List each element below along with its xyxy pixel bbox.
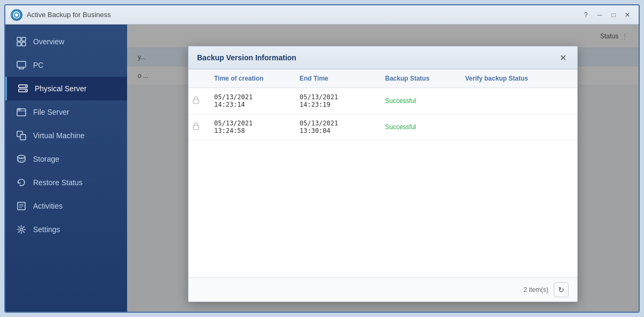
sidebar-item-overview[interactable]: Overview: [5, 30, 127, 53]
storage-icon: [16, 154, 27, 164]
title-bar-controls: ? ─ □ ✕: [580, 10, 633, 20]
file-server-icon: [16, 107, 27, 117]
row2-end-time: 05/13/2021 13:30:04: [293, 117, 379, 137]
row1-verify-status: [459, 99, 577, 103]
svg-rect-27: [193, 99, 199, 104]
sidebar-item-storage[interactable]: Storage: [5, 147, 127, 171]
sidebar-item-restore-status[interactable]: Restore Status: [5, 171, 127, 194]
row2-backup-status: Successful: [379, 121, 459, 133]
svg-point-12: [25, 86, 26, 87]
sidebar-label-file-server: File Server: [33, 108, 69, 116]
col-header-verify-backup-status: Verify backup Status: [459, 73, 577, 84]
modal-table-body: 05/13/2021 14:23:14 05/13/2021 14:23:19 …: [189, 88, 577, 278]
row1-end-time: 05/13/2021 14:23:19: [293, 91, 379, 110]
app-logo-icon: [11, 9, 22, 21]
sidebar-item-activities[interactable]: Activities: [5, 194, 127, 218]
row2-verify-status: [459, 125, 577, 129]
app-body: Overview PC: [5, 25, 639, 312]
sidebar-label-activities: Activities: [33, 202, 62, 210]
svg-point-26: [20, 228, 23, 231]
title-bar: Active Backup for Business ? ─ □ ✕: [5, 5, 639, 25]
sidebar-label-settings: Settings: [33, 225, 60, 234]
row2-time-of-creation: 05/13/2021 13:24:58: [208, 117, 293, 137]
svg-rect-28: [193, 125, 199, 130]
sidebar-label-pc: PC: [33, 61, 43, 69]
col-header-time-of-creation: Time of creation: [208, 73, 293, 84]
svg-rect-19: [20, 134, 26, 140]
maximize-button[interactable]: □: [608, 10, 619, 20]
main-content: Status ⋮ y... No schedule o ... No sched…: [127, 25, 639, 312]
virtual-machine-icon: [16, 130, 27, 141]
svg-rect-6: [17, 61, 26, 67]
svg-rect-2: [17, 37, 21, 41]
physical-server-icon: [18, 83, 28, 94]
row1-backup-status: Successful: [379, 95, 459, 107]
modal-table-header: Time of creation End Time Backup Status …: [189, 69, 577, 88]
col-header-backup-status: Backup Status: [379, 73, 459, 84]
svg-rect-3: [22, 37, 26, 41]
sidebar-label-overview: Overview: [33, 37, 64, 46]
svg-point-13: [25, 90, 26, 91]
sidebar-item-pc[interactable]: PC: [5, 53, 127, 77]
modal-overlay: Backup Version Information ✕ Time of cre…: [127, 25, 639, 312]
sidebar-label-virtual-machine: Virtual Machine: [33, 131, 84, 140]
activities-icon: [16, 201, 27, 211]
item-count: 2 item(s): [523, 286, 548, 294]
title-bar-left: Active Backup for Business: [11, 9, 111, 21]
settings-icon: [16, 224, 27, 235]
restore-status-icon: [16, 177, 27, 188]
row1-lock-icon: [189, 94, 208, 108]
refresh-button[interactable]: ↻: [554, 282, 569, 297]
col-header-icon: [189, 76, 208, 81]
sidebar-label-physical-server: Physical Server: [35, 84, 87, 93]
app-window: Active Backup for Business ? ─ □ ✕: [4, 4, 640, 313]
sidebar-label-restore-status: Restore Status: [33, 178, 83, 187]
sidebar-item-settings[interactable]: Settings: [5, 218, 127, 241]
sidebar-item-physical-server[interactable]: Physical Server: [5, 77, 127, 100]
help-button[interactable]: ?: [580, 10, 592, 20]
backup-version-row-2[interactable]: 05/13/2021 13:24:58 05/13/2021 13:30:04 …: [189, 114, 577, 140]
svg-point-1: [15, 13, 18, 17]
overview-icon: [16, 36, 27, 47]
svg-rect-4: [17, 42, 21, 46]
minimize-button[interactable]: ─: [594, 10, 606, 20]
svg-rect-5: [22, 42, 26, 46]
pc-icon: [16, 60, 27, 70]
modal-close-button[interactable]: ✕: [557, 52, 569, 64]
modal-body: Time of creation End Time Backup Status …: [189, 69, 577, 278]
refresh-icon: ↻: [558, 286, 564, 294]
row1-time-of-creation: 05/13/2021 14:23:14: [208, 91, 293, 110]
sidebar: Overview PC: [5, 25, 127, 312]
close-button[interactable]: ✕: [622, 10, 633, 20]
modal-footer: 2 item(s) ↻: [189, 278, 577, 302]
backup-version-modal: Backup Version Information ✕ Time of cre…: [188, 46, 578, 302]
sidebar-label-storage: Storage: [33, 155, 59, 163]
backup-version-row-1[interactable]: 05/13/2021 14:23:14 05/13/2021 14:23:19 …: [189, 88, 577, 114]
row2-lock-icon: [189, 120, 208, 134]
sidebar-item-virtual-machine[interactable]: Virtual Machine: [5, 124, 127, 147]
modal-header: Backup Version Information ✕: [189, 46, 577, 69]
col-header-end-time: End Time: [293, 73, 379, 84]
app-title: Active Backup for Business: [27, 11, 111, 19]
sidebar-item-file-server[interactable]: File Server: [5, 100, 127, 124]
modal-title: Backup Version Information: [197, 53, 296, 62]
